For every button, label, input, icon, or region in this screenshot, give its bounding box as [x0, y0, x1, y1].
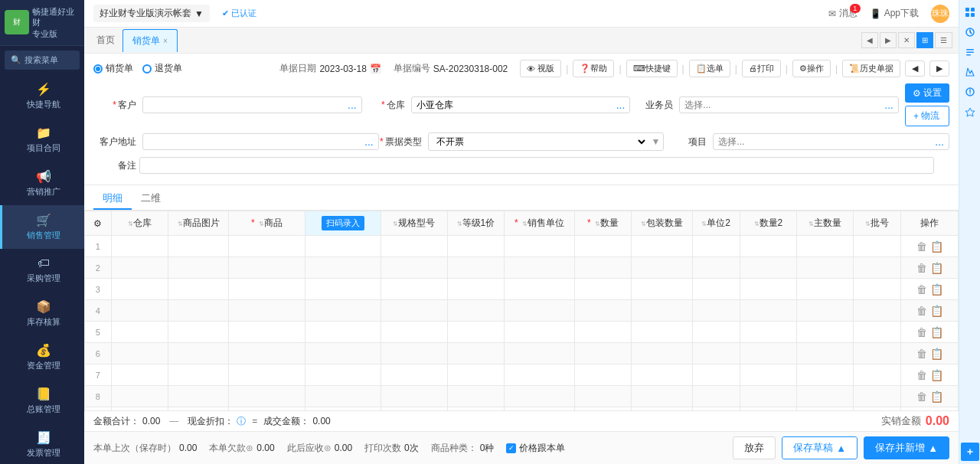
- row-quantity[interactable]: [574, 322, 631, 343]
- delete-icon[interactable]: 🗑: [916, 348, 927, 360]
- row-warehouse[interactable]: [111, 322, 168, 343]
- row-scan[interactable]: [305, 236, 381, 257]
- row-quantity[interactable]: [574, 300, 631, 322]
- row-product-img[interactable]: [168, 236, 229, 257]
- row-product[interactable]: [229, 257, 305, 279]
- row-unit2[interactable]: [692, 364, 740, 386]
- row-price1[interactable]: [447, 279, 504, 300]
- row-price1[interactable]: [447, 236, 504, 257]
- row-main-qty[interactable]: [797, 236, 854, 257]
- row-warehouse[interactable]: [111, 236, 168, 257]
- tab-sales-order[interactable]: 销货单 ×: [122, 29, 178, 52]
- row-pack-qty[interactable]: [632, 279, 692, 300]
- invoice-type-select[interactable]: 不开票 普通发票 增值税专票: [429, 133, 648, 150]
- row-price1[interactable]: [447, 386, 504, 407]
- tab-close-all-button[interactable]: ✕: [898, 32, 915, 48]
- invoice-type-select-wrapper[interactable]: 不开票 普通发票 增值税专票 ▼: [428, 132, 665, 151]
- sidebar-item-purchase[interactable]: 🏷 采购管理: [0, 249, 84, 292]
- row-price1[interactable]: [447, 364, 504, 386]
- row-qty2[interactable]: [740, 322, 796, 343]
- sort-icon[interactable]: ⇅: [701, 221, 707, 227]
- tab-prev-button[interactable]: ◀: [861, 32, 878, 48]
- row-product[interactable]: [229, 236, 305, 257]
- row-sales-unit[interactable]: [505, 236, 575, 257]
- sidebar-item-inventory[interactable]: 📦 库存核算: [0, 292, 84, 335]
- row-price1[interactable]: [447, 257, 504, 279]
- row-quantity[interactable]: [574, 386, 631, 407]
- row-sales-unit[interactable]: [505, 300, 575, 322]
- row-sales-unit[interactable]: [505, 364, 575, 386]
- company-selector[interactable]: 好业财专业版演示帐套 ▼: [93, 5, 210, 22]
- copy-icon[interactable]: 📋: [930, 390, 943, 403]
- view-btn[interactable]: 👁视版: [520, 60, 561, 77]
- row-quantity[interactable]: [574, 279, 631, 300]
- project-input-wrapper[interactable]: ...: [713, 133, 949, 150]
- row-spec[interactable]: [381, 257, 447, 279]
- row-spec[interactable]: [381, 386, 447, 407]
- tab-home[interactable]: 首页: [90, 29, 121, 51]
- sidebar-item-capital[interactable]: 💰 资金管理: [0, 335, 84, 379]
- abandon-button[interactable]: 放弃: [733, 436, 776, 459]
- sort-icon[interactable]: ⇅: [178, 221, 183, 227]
- row-batch[interactable]: [854, 300, 901, 322]
- message-button[interactable]: ✉ 1 消息: [828, 7, 858, 20]
- shortcut-btn[interactable]: ⌨快捷键: [626, 60, 678, 77]
- copy-icon[interactable]: 📋: [930, 369, 943, 381]
- row-main-qty[interactable]: [797, 343, 854, 364]
- row-product-img[interactable]: [168, 386, 229, 407]
- calendar-icon[interactable]: 📅: [370, 64, 381, 74]
- copy-icon[interactable]: 📋: [930, 348, 943, 360]
- address-input-wrapper[interactable]: ...: [142, 133, 379, 150]
- right-panel-icon-6[interactable]: [961, 103, 979, 121]
- price-checkbox[interactable]: [506, 443, 516, 453]
- delete-icon[interactable]: 🗑: [916, 305, 927, 317]
- sort-icon[interactable]: ⇅: [457, 221, 462, 227]
- row-main-qty[interactable]: [797, 322, 854, 343]
- row-sales-unit[interactable]: [505, 386, 575, 407]
- row-qty2[interactable]: [740, 257, 796, 279]
- address-dots-btn[interactable]: ...: [360, 136, 378, 148]
- right-panel-icon-7[interactable]: [961, 443, 979, 461]
- row-batch[interactable]: [854, 343, 901, 364]
- row-spec[interactable]: [381, 364, 447, 386]
- sidebar-item-quick-nav[interactable]: ⚡ 快捷导航: [0, 74, 84, 118]
- delete-icon[interactable]: 🗑: [916, 390, 927, 403]
- row-main-qty[interactable]: [797, 386, 854, 407]
- sidebar-item-invoice[interactable]: 🧾 发票管理: [0, 423, 84, 464]
- row-quantity[interactable]: [574, 364, 631, 386]
- row-unit2[interactable]: [692, 279, 740, 300]
- delete-icon[interactable]: 🗑: [916, 369, 927, 381]
- history-next-btn[interactable]: ▶: [929, 60, 949, 77]
- row-sales-unit[interactable]: [505, 343, 575, 364]
- row-product-img[interactable]: [168, 343, 229, 364]
- row-unit2[interactable]: [692, 236, 740, 257]
- history-prev-btn[interactable]: ◀: [905, 60, 925, 77]
- row-scan[interactable]: [305, 322, 381, 343]
- sort-icon[interactable]: ⇅: [522, 221, 528, 227]
- sort-icon[interactable]: ⇅: [393, 221, 398, 227]
- help-btn[interactable]: ❓帮助: [573, 60, 614, 77]
- warehouse-dots-btn[interactable]: ...: [612, 99, 630, 111]
- gear-icon[interactable]: ⚙: [93, 218, 102, 229]
- sidebar-item-project[interactable]: 📁 项目合同: [0, 118, 84, 162]
- copy-icon[interactable]: 📋: [930, 262, 943, 274]
- row-warehouse[interactable]: [111, 386, 168, 407]
- tab-list-view-button[interactable]: ☰: [935, 32, 952, 48]
- row-qty2[interactable]: [740, 386, 796, 407]
- row-pack-qty[interactable]: [632, 386, 692, 407]
- row-batch[interactable]: [854, 386, 901, 407]
- setting-button[interactable]: ⚙设置: [905, 83, 949, 103]
- sidebar-item-marketing[interactable]: 📢 营销推广: [0, 162, 84, 205]
- row-quantity[interactable]: [574, 343, 631, 364]
- row-product-img[interactable]: [168, 300, 229, 322]
- row-product[interactable]: [229, 279, 305, 300]
- note-input[interactable]: [139, 157, 934, 174]
- row-product-img[interactable]: [168, 279, 229, 300]
- row-product[interactable]: [229, 322, 305, 343]
- row-warehouse[interactable]: [111, 300, 168, 322]
- row-qty2[interactable]: [740, 279, 796, 300]
- row-batch[interactable]: [854, 279, 901, 300]
- row-spec[interactable]: [381, 300, 447, 322]
- row-product[interactable]: [229, 364, 305, 386]
- row-batch[interactable]: [854, 236, 901, 257]
